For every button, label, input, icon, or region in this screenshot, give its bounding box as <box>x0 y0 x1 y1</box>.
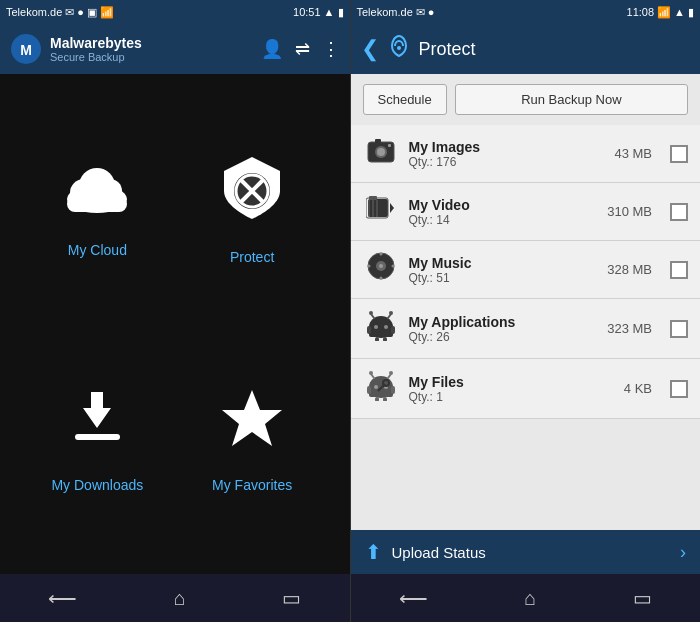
schedule-button[interactable]: Schedule <box>363 84 447 115</box>
left-status-bar: Telekom.de ✉ ● ▣ 📶 10:51 ▲ ▮ <box>0 0 350 24</box>
left-time: 10:51 <box>293 6 321 18</box>
menu-item-my-downloads[interactable]: My Downloads <box>20 324 175 554</box>
svg-marker-12 <box>83 392 111 428</box>
my-downloads-label: My Downloads <box>51 477 143 493</box>
right-header-title: Protect <box>419 39 476 60</box>
right-status-bar: Telekom.de ✉ ● 11:08 📶 ▲ ▮ <box>351 0 701 24</box>
action-buttons-area: Schedule Run Backup Now <box>351 74 701 125</box>
svg-rect-20 <box>368 199 388 217</box>
star-icon <box>220 386 285 465</box>
video-size: 310 MB <box>607 204 652 219</box>
svg-point-33 <box>391 265 394 268</box>
video-qty: Qty.: 14 <box>409 213 598 227</box>
svg-point-30 <box>379 253 382 256</box>
applications-checkbox[interactable] <box>670 320 688 338</box>
shield-icon <box>220 153 285 237</box>
applications-name: My Applications <box>409 314 598 330</box>
left-carrier: Telekom.de ✉ ● ▣ 📶 <box>6 6 114 19</box>
backup-items-list: My Images Qty.: 176 43 MB <box>351 125 701 530</box>
left-main-grid: My Cloud Protect <box>0 74 350 574</box>
svg-rect-55 <box>391 386 395 394</box>
right-app-icon <box>387 34 411 64</box>
cloud-icon <box>62 161 132 230</box>
svg-rect-42 <box>367 326 371 334</box>
svg-point-36 <box>374 325 378 329</box>
right-time-area: 11:08 📶 ▲ ▮ <box>627 6 694 19</box>
app-sub-title: Secure Backup <box>50 51 253 63</box>
svg-rect-43 <box>391 326 395 334</box>
svg-rect-56 <box>375 397 379 401</box>
svg-text:M: M <box>20 42 32 58</box>
svg-point-31 <box>379 277 382 280</box>
svg-rect-54 <box>367 386 371 394</box>
right-recent-btn[interactable]: ▭ <box>633 586 652 610</box>
svg-rect-35 <box>369 325 393 337</box>
files-size: 4 KB <box>624 381 652 396</box>
wifi-icon: ▲ <box>324 6 335 18</box>
left-time-area: 10:51 ▲ ▮ <box>293 6 343 19</box>
right-back-arrow[interactable]: ❮ <box>361 36 379 62</box>
svg-point-14 <box>397 46 401 50</box>
list-item-images: My Images Qty.: 176 43 MB <box>351 125 701 183</box>
left-recent-btn[interactable]: ▭ <box>282 586 301 610</box>
svg-rect-45 <box>383 337 387 341</box>
left-phone: Telekom.de ✉ ● ▣ 📶 10:51 ▲ ▮ M Malwareby… <box>0 0 350 622</box>
upload-chevron-icon: › <box>680 542 686 563</box>
android-icon <box>363 309 399 348</box>
svg-point-40 <box>369 311 373 315</box>
profile-icon[interactable]: 👤 <box>261 38 283 60</box>
right-carrier-text: Telekom.de <box>357 6 413 18</box>
download-icon <box>65 386 130 465</box>
left-home-btn[interactable]: ⌂ <box>174 587 186 610</box>
svg-point-32 <box>367 265 370 268</box>
run-backup-button[interactable]: Run Backup Now <box>455 84 688 115</box>
list-item-files: My Files Qty.: 1 4 KB <box>351 359 701 419</box>
msg-icon: ✉ <box>65 6 74 19</box>
right-back-btn[interactable]: ⟵ <box>399 586 428 610</box>
images-checkbox[interactable] <box>670 145 688 163</box>
signal-icon: 📶 <box>100 6 114 19</box>
upload-status-bar[interactable]: ⬆ Upload Status › <box>351 530 701 574</box>
my-cloud-label: My Cloud <box>68 242 127 258</box>
menu-item-protect[interactable]: Protect <box>175 94 330 324</box>
files-checkbox[interactable] <box>670 380 688 398</box>
left-bottom-nav: ⟵ ⌂ ▭ <box>0 574 350 622</box>
music-info: My Music Qty.: 51 <box>409 255 598 285</box>
svg-point-17 <box>377 148 385 156</box>
video-icon <box>363 193 399 230</box>
svg-marker-25 <box>390 203 394 213</box>
menu-item-my-cloud[interactable]: My Cloud <box>20 94 175 324</box>
images-qty: Qty.: 176 <box>409 155 605 169</box>
right-bottom-nav: ⟵ ⌂ ▭ <box>351 574 701 622</box>
photo-icon: ▣ <box>87 6 97 19</box>
right-time: 11:08 <box>627 6 655 18</box>
app-logo: M <box>10 33 42 65</box>
upload-icon: ⬆ <box>365 540 382 564</box>
list-item-video: My Video Qty.: 14 310 MB <box>351 183 701 241</box>
right-carrier: Telekom.de ✉ ● <box>357 6 435 19</box>
video-checkbox[interactable] <box>670 203 688 221</box>
files-info: My Files Qty.: 1 <box>409 374 614 404</box>
svg-rect-44 <box>375 337 379 341</box>
right-msg-icon: ✉ <box>416 6 425 19</box>
right-wifi-icon: ▲ <box>674 6 685 18</box>
wa-icon: ● <box>77 6 84 18</box>
left-back-btn[interactable]: ⟵ <box>48 586 77 610</box>
right-signal-icon: 📶 <box>657 6 671 19</box>
upload-status-text: Upload Status <box>392 544 671 561</box>
list-item-applications: My Applications Qty.: 26 323 MB <box>351 299 701 359</box>
svg-marker-13 <box>222 390 282 446</box>
left-carrier-text: Telekom.de <box>6 6 62 18</box>
svg-point-37 <box>384 325 388 329</box>
svg-rect-57 <box>383 397 387 401</box>
video-name: My Video <box>409 197 598 213</box>
settings-icon[interactable]: ⇌ <box>295 38 310 60</box>
battery-icon: ▮ <box>338 6 344 19</box>
music-checkbox[interactable] <box>670 261 688 279</box>
camera-icon <box>363 135 399 172</box>
header-action-icons: 👤 ⇌ ⋮ <box>261 38 340 60</box>
svg-point-53 <box>389 371 393 375</box>
menu-item-my-favorites[interactable]: My Favorites <box>175 324 330 554</box>
right-home-btn[interactable]: ⌂ <box>524 587 536 610</box>
more-icon[interactable]: ⋮ <box>322 38 340 60</box>
